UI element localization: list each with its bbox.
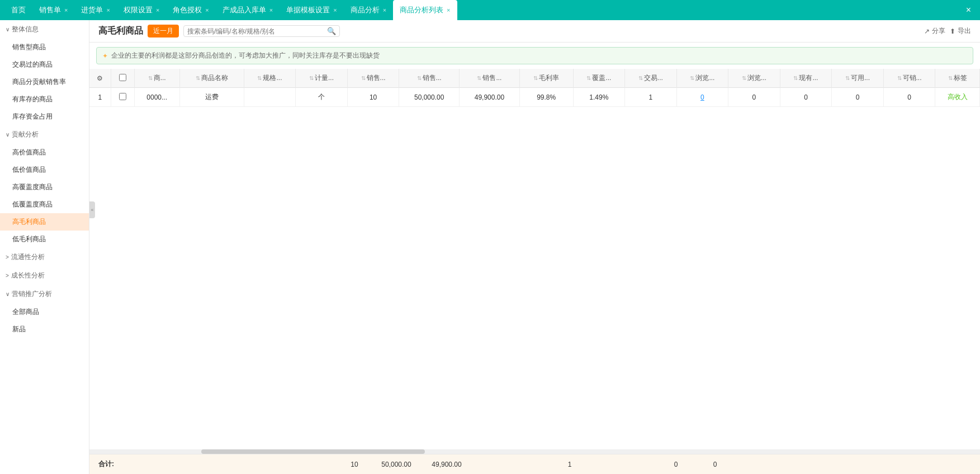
col-header-transaction[interactable]: ⇅交易... xyxy=(625,69,677,88)
search-input[interactable] xyxy=(187,27,327,35)
cell-sale_profit: 49,900.00 xyxy=(460,88,520,107)
select-all-checkbox[interactable] xyxy=(119,74,126,81)
cell-coverage: 1.49% xyxy=(573,88,625,107)
nav-item-商品分析列表[interactable]: 商品分析列表× xyxy=(393,0,457,20)
sidebar-item-交易过的商品[interactable]: 交易过的商品 xyxy=(0,56,89,73)
col-header-settings[interactable]: ⚙ xyxy=(89,69,111,88)
col-header-gross_margin[interactable]: ⇅毛利率 xyxy=(519,69,573,88)
footer-cell xyxy=(472,461,511,468)
col-header-coverage[interactable]: ⇅覆盖... xyxy=(573,69,625,88)
col-header-sale_profit[interactable]: ⇅销售... xyxy=(460,69,520,88)
sort-icon[interactable]: ⇅ xyxy=(417,75,422,81)
filter-button[interactable]: 近一月 xyxy=(148,25,179,37)
col-header-sale_amt[interactable]: ⇅销售... xyxy=(399,69,460,88)
search-icon[interactable]: 🔍 xyxy=(327,27,336,35)
sort-icon[interactable]: ⇅ xyxy=(361,75,366,81)
sort-icon[interactable]: ⇅ xyxy=(638,75,643,81)
nav-item-单据模板设置[interactable]: 单据模板设置× xyxy=(280,0,343,20)
col-header-unit[interactable]: ⇅计量... xyxy=(296,69,348,88)
nav-close-icon[interactable]: × xyxy=(64,7,68,13)
col-header-current_stock[interactable]: ⇅现有... xyxy=(780,69,832,88)
share-button[interactable]: ↗ 分享 xyxy=(924,26,945,36)
sort-icon[interactable]: ⇅ xyxy=(309,75,314,81)
notice-icon: ✦ xyxy=(102,52,108,60)
cell-checkbox[interactable] xyxy=(111,88,134,107)
group-label: 营销推广分析 xyxy=(12,289,52,299)
sort-icon[interactable]: ⇅ xyxy=(897,75,902,81)
nav-close-icon[interactable]: × xyxy=(156,7,159,13)
export-button[interactable]: ⬆ 导出 xyxy=(950,26,971,36)
nav-close-icon[interactable]: × xyxy=(205,7,209,13)
sidebar-item-低毛利商品[interactable]: 低毛利商品 xyxy=(0,231,89,248)
col-header-browse2[interactable]: ⇅浏览... xyxy=(728,69,780,88)
scrollbar-thumb[interactable] xyxy=(201,449,425,454)
scrollbar-track[interactable] xyxy=(89,449,980,454)
table-row: 10000...运费个1050,000.0049,900.0099.8%1.49… xyxy=(89,88,980,107)
group-label: 流通性分析 xyxy=(11,252,45,262)
table-container[interactable]: ⚙⇅商...⇅商品名称⇅规格...⇅计量...⇅销售...⇅销售...⇅销售..… xyxy=(89,69,980,474)
sidebar-item-销售型商品[interactable]: 销售型商品 xyxy=(0,39,89,56)
footer-cell xyxy=(511,461,550,468)
tag-label: 高收入 xyxy=(948,93,968,101)
col-header-browse1[interactable]: ⇅浏览... xyxy=(676,69,728,88)
cell-gross_margin: 99.8% xyxy=(519,88,573,107)
sidebar-group-整体信息[interactable]: ∨整体信息 xyxy=(0,20,89,39)
nav-close-icon[interactable]: × xyxy=(333,7,337,13)
nav-close-icon[interactable]: × xyxy=(447,7,450,13)
col-header-saleable[interactable]: ⇅可销... xyxy=(883,69,935,88)
col-header-sale_qty[interactable]: ⇅销售... xyxy=(347,69,399,88)
sidebar-item-低价值商品[interactable]: 低价值商品 xyxy=(0,161,89,179)
nav-item-进货单[interactable]: 进货单× xyxy=(74,0,116,20)
sort-icon[interactable]: ⇅ xyxy=(586,75,591,81)
nav-item-权限设置[interactable]: 权限设置× xyxy=(117,0,166,20)
col-header-checkbox[interactable] xyxy=(111,69,134,88)
nav-close-icon[interactable]: × xyxy=(106,7,110,13)
group-arrow: ∨ xyxy=(6,132,10,138)
data-table: ⚙⇅商...⇅商品名称⇅规格...⇅计量...⇅销售...⇅销售...⇅销售..… xyxy=(89,69,980,107)
settings-icon[interactable]: ⚙ xyxy=(97,74,103,82)
col-header-tag[interactable]: ⇅标签 xyxy=(935,69,980,88)
sidebar-item-全部商品[interactable]: 全部商品 xyxy=(0,303,89,321)
sidebar-item-高价值商品[interactable]: 高价值商品 xyxy=(0,144,89,161)
sort-icon[interactable]: ⇅ xyxy=(690,75,694,81)
close-all-button[interactable]: × xyxy=(962,5,976,15)
nav-item-产成品入库单[interactable]: 产成品入库单× xyxy=(216,0,280,20)
sort-icon[interactable]: ⇅ xyxy=(948,75,953,81)
row-checkbox[interactable] xyxy=(119,93,126,100)
nav-close-icon[interactable]: × xyxy=(269,7,273,13)
sidebar-group-成长性分析[interactable]: >成长性分析 xyxy=(0,266,89,285)
sort-icon[interactable]: ⇅ xyxy=(742,75,746,81)
sort-icon[interactable]: ⇅ xyxy=(148,75,153,81)
content-header: 高毛利商品 近一月 🔍 ↗ 分享 ⬆ 导出 xyxy=(89,20,980,43)
nav-close-icon[interactable]: × xyxy=(383,7,386,13)
sidebar-item-高毛利商品[interactable]: 高毛利商品 xyxy=(0,213,89,231)
nav-item-首页[interactable]: 首页 xyxy=(4,0,32,20)
cell-code: 0000... xyxy=(134,88,179,107)
nav-item-商品分析[interactable]: 商品分析× xyxy=(344,0,393,20)
col-header-code[interactable]: ⇅商... xyxy=(134,69,179,88)
sort-icon[interactable]: ⇅ xyxy=(845,75,850,81)
col-header-spec[interactable]: ⇅规格... xyxy=(244,69,296,88)
sidebar-item-新品[interactable]: 新品 xyxy=(0,321,89,338)
sidebar-collapse-button[interactable]: « xyxy=(89,201,95,218)
sort-icon[interactable]: ⇅ xyxy=(477,75,481,81)
sidebar-item-高覆盖度商品[interactable]: 高覆盖度商品 xyxy=(0,179,89,196)
sidebar-item-低覆盖度商品[interactable]: 低覆盖度商品 xyxy=(0,196,89,213)
browse-link[interactable]: 0 xyxy=(700,93,704,101)
sidebar-group-营销推广分析[interactable]: ∨营销推广分析 xyxy=(0,285,89,303)
cell-browse1[interactable]: 0 xyxy=(676,88,728,107)
col-header-name[interactable]: ⇅商品名称 xyxy=(179,69,244,88)
sort-icon[interactable]: ⇅ xyxy=(793,75,798,81)
col-header-available[interactable]: ⇅可用... xyxy=(832,69,884,88)
sort-icon[interactable]: ⇅ xyxy=(196,75,200,81)
footer-cell xyxy=(623,461,656,468)
sidebar-item-商品分贡献销售率[interactable]: 商品分贡献销售率 xyxy=(0,73,89,91)
nav-item-销售单[interactable]: 销售单× xyxy=(32,0,74,20)
sidebar-group-流通性分析[interactable]: >流通性分析 xyxy=(0,248,89,266)
sidebar-group-贡献分析[interactable]: ∨贡献分析 xyxy=(0,125,89,144)
sidebar-item-库存资金占用[interactable]: 库存资金占用 xyxy=(0,108,89,125)
sort-icon[interactable]: ⇅ xyxy=(533,75,538,81)
sidebar-item-有库存的商品[interactable]: 有库存的商品 xyxy=(0,91,89,108)
sort-icon[interactable]: ⇅ xyxy=(257,75,262,81)
nav-item-角色授权[interactable]: 角色授权× xyxy=(166,0,215,20)
